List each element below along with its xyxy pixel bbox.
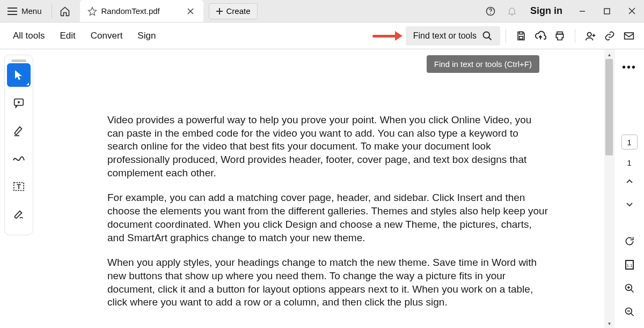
highlighter-icon — [13, 125, 25, 137]
home-icon — [60, 6, 70, 17]
zoom-in-button[interactable] — [620, 279, 639, 298]
paragraph: When you apply styles, your headings cha… — [107, 256, 550, 309]
right-rail: ••• 1 1 1:1 — [614, 49, 644, 328]
tooltip-text: Find in text or tools (Ctrl+F) — [434, 59, 532, 69]
svg-point-1 — [490, 13, 491, 14]
bell-icon — [507, 6, 517, 17]
separator — [575, 29, 575, 43]
page-up-button[interactable] — [620, 172, 639, 191]
convert-menu[interactable]: Convert — [83, 31, 130, 41]
svg-point-7 — [588, 32, 591, 36]
main-toolbar: All tools Edit Convert Sign Find text or… — [0, 23, 644, 49]
cloud-upload-icon — [535, 31, 546, 41]
close-icon — [187, 8, 194, 14]
save-button[interactable] — [511, 26, 531, 46]
fit-page-button[interactable]: 1:1 — [620, 255, 639, 274]
highlight-tool[interactable] — [7, 119, 31, 143]
current-page: 1 — [627, 138, 631, 147]
zoom-out-button[interactable] — [620, 302, 639, 322]
window-titlebar: Menu RandomText.pdf Create S — [0, 0, 644, 23]
create-button[interactable]: Create — [209, 3, 258, 19]
svg-rect-2 — [604, 9, 610, 14]
sign-menu[interactable]: Sign — [130, 31, 163, 41]
tab-close-button[interactable] — [185, 6, 196, 17]
page-content: Video provides a powerful way to help yo… — [107, 114, 550, 309]
save-icon — [516, 31, 526, 41]
fit-page-icon: 1:1 — [625, 259, 634, 270]
svg-rect-5 — [519, 36, 523, 39]
user-plus-icon — [584, 31, 596, 41]
find-label: Find text or tools — [413, 31, 477, 41]
close-icon — [628, 8, 635, 14]
plus-icon — [216, 8, 223, 15]
chevron-down-icon: ▾ — [608, 320, 611, 326]
panel-drag-handle[interactable] — [11, 59, 26, 62]
svg-rect-8 — [625, 33, 634, 39]
home-button[interactable] — [54, 0, 76, 22]
document-tab[interactable]: RandomText.pdf — [80, 0, 203, 22]
email-button[interactable] — [619, 26, 639, 46]
search-icon — [482, 31, 493, 41]
ellipsis-icon: ••• — [622, 61, 636, 73]
svg-rect-4 — [519, 32, 523, 34]
draw-tool[interactable] — [7, 147, 31, 170]
page-total: 1 — [627, 158, 631, 167]
comment-tool[interactable] — [7, 91, 31, 115]
help-button[interactable] — [480, 0, 501, 22]
window-controls — [570, 0, 644, 22]
fillsign-tool[interactable] — [7, 203, 31, 226]
svg-point-3 — [484, 32, 490, 38]
more-button[interactable]: ••• — [619, 58, 640, 77]
scroll-up-button[interactable]: ▴ — [604, 49, 614, 59]
minimize-icon — [579, 8, 586, 15]
alltools-menu[interactable]: All tools — [5, 31, 53, 41]
left-tool-panel — [0, 49, 38, 328]
zoom-in-icon — [624, 283, 635, 294]
maximize-icon — [604, 8, 610, 14]
separator — [506, 29, 506, 43]
print-icon — [554, 31, 565, 41]
chevron-up-icon: ▴ — [608, 51, 611, 57]
help-icon — [485, 6, 496, 17]
edit-menu[interactable]: Edit — [53, 31, 83, 41]
document-view[interactable]: Video provides a powerful way to help yo… — [38, 49, 614, 328]
page-input[interactable]: 1 — [621, 135, 638, 150]
find-tooltip: Find in text or tools (Ctrl+F) — [427, 55, 539, 73]
rotate-icon — [624, 236, 635, 247]
link-button[interactable] — [600, 26, 619, 46]
hamburger-icon — [8, 8, 17, 15]
minimize-button[interactable] — [570, 0, 595, 22]
menu-label: Menu — [21, 6, 42, 16]
cloud-upload-button[interactable] — [531, 26, 550, 46]
add-user-button[interactable] — [581, 26, 600, 46]
signin-button[interactable]: Sign in — [523, 5, 570, 17]
separator — [52, 4, 52, 19]
chevron-up-icon — [626, 178, 633, 184]
paragraph: For example, you can add a matching cove… — [107, 191, 550, 244]
maximize-button[interactable] — [595, 0, 619, 22]
selection-tool[interactable] — [7, 63, 31, 87]
workspace: Video provides a powerful way to help yo… — [0, 49, 644, 328]
scroll-thumb[interactable] — [605, 59, 613, 155]
comment-icon — [13, 97, 25, 109]
cursor-icon — [13, 69, 24, 81]
link-icon — [604, 31, 615, 41]
app-menu-button[interactable]: Menu — [0, 0, 49, 22]
rotate-button[interactable] — [620, 232, 639, 251]
annotation-arrow — [372, 31, 402, 41]
pen-icon — [13, 208, 25, 220]
zoom-out-icon — [624, 307, 635, 317]
textbox-icon — [13, 181, 25, 192]
svg-text:1:1: 1:1 — [626, 263, 633, 268]
chevron-down-icon — [626, 202, 633, 207]
textbox-tool[interactable] — [7, 175, 31, 198]
find-button[interactable]: Find text or tools — [406, 26, 500, 46]
notifications-button[interactable] — [501, 0, 523, 22]
paragraph: Video provides a powerful way to help yo… — [107, 114, 550, 180]
vertical-scrollbar[interactable]: ▴ ▾ — [604, 49, 614, 328]
page-down-button[interactable] — [620, 195, 639, 214]
scroll-down-button[interactable]: ▾ — [604, 318, 614, 328]
star-icon — [87, 6, 97, 16]
print-button[interactable] — [550, 26, 569, 46]
close-window-button[interactable] — [619, 0, 644, 22]
